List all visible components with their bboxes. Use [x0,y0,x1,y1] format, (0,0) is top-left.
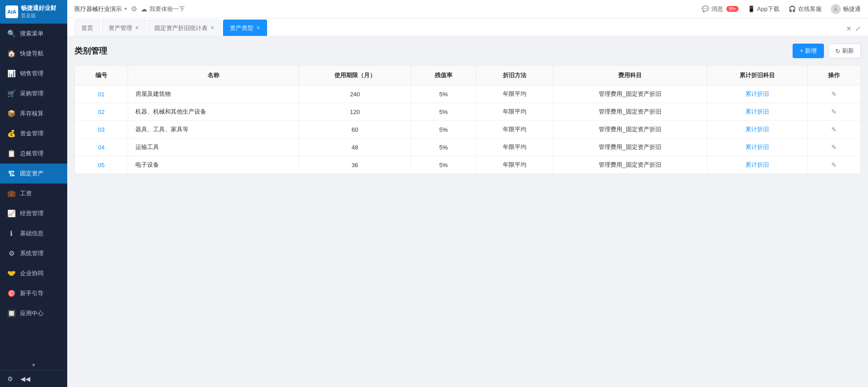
sidebar-item-payroll[interactable]: 💼 工资 [0,184,67,203]
cell-id: 02 [75,103,128,121]
cell-accumulated: 累计折旧 [707,103,807,121]
cell-residual: 5% [411,103,476,121]
col-months: 使用期限（月） [299,66,411,85]
topbar: 医疗器械行业演示 ▾ ⚙ ☁ 我要体验一下 💬 消息 99+ 📱 App下载 🎧… [67,0,868,18]
new-button[interactable]: + 新增 [793,44,824,58]
sidebar-item-guide[interactable]: 🎯 新手引导 [0,283,67,303]
sidebar-label-purchase: 采购管理 [20,89,44,98]
mobile-icon: 📱 [748,5,755,12]
refresh-label: 刷新 [842,47,854,55]
cell-method: 年限平均 [476,121,553,139]
sidebar-label-system: 系统管理 [20,249,44,258]
cell-expense: 管理费用_固定资产折旧 [553,121,707,139]
tab-home[interactable]: 首页 [74,20,100,36]
sidebar-item-quick-nav[interactable]: 🏠 快捷导航 [0,44,67,64]
category-table: 编号 名称 使用期限（月） 残值率 折旧方法 费用科目 累计折旧科目 操作 01… [74,65,861,174]
ledger-icon: 📋 [7,149,15,158]
sidebar-item-operations[interactable]: 📈 经营管理 [0,203,67,223]
refresh-button[interactable]: ↻ 刷新 [828,44,861,58]
edit-button[interactable]: ✎ [831,108,837,115]
sidebar-item-capital[interactable]: 💰 资金管理 [0,124,67,144]
experience-label: 我要体验一下 [149,5,185,13]
tab-asset-management[interactable]: 资产管理 ✕ [102,20,146,36]
accumulated-link[interactable]: 累计折旧 [745,108,769,115]
row-id-link[interactable]: 03 [98,126,104,133]
row-id-link[interactable]: 05 [98,162,104,169]
cell-months: 240 [299,85,411,103]
edit-button[interactable]: ✎ [831,90,837,98]
sidebar-label-capital: 资金管理 [20,129,44,138]
edit-button[interactable]: ✎ [831,126,837,133]
row-id-link[interactable]: 04 [98,144,104,151]
cell-months: 36 [299,156,411,174]
messages-label: 消息 [711,5,723,13]
payroll-icon: 💼 [7,189,15,198]
cell-months: 60 [299,121,411,139]
tab-asset-type-close[interactable]: ✕ [256,25,260,31]
user-menu[interactable]: 人 畅捷通 [831,4,861,14]
cell-id: 03 [75,121,128,139]
cell-name: 器具、工具、家具等 [128,121,298,139]
cell-name: 机器、机械和其他生产设备 [128,103,298,121]
username-label: 畅捷通 [843,5,861,13]
sidebar-item-ledger[interactable]: 📋 总账管理 [0,144,67,164]
tab-asset-management-close[interactable]: ✕ [135,25,139,31]
edit-button[interactable]: ✎ [831,161,837,169]
table-row: 01 房屋及建筑物 240 5% 年限平均 管理费用_固定资产折旧 累计折旧 ✎ [75,85,860,103]
col-accumulated: 累计折旧科目 [707,66,807,85]
table-header: 编号 名称 使用期限（月） 残值率 折旧方法 费用科目 累计折旧科目 操作 [75,66,860,85]
cell-expense: 管理费用_固定资产折旧 [553,103,707,121]
sidebar-item-fixed-assets[interactable]: 🏗 固定资产 [0,164,67,184]
scroll-down-indicator[interactable]: ▼ [0,360,67,370]
accumulated-link[interactable]: 累计折旧 [745,90,769,97]
cell-expense: 管理费用_固定资产折旧 [553,85,707,103]
support-label: 在线客服 [798,5,822,13]
page-header: 类别管理 + 新增 ↻ 刷新 [74,44,861,58]
accumulated-link[interactable]: 累计折旧 [745,144,769,150]
sidebar-item-inventory[interactable]: 📦 库存核算 [0,104,67,124]
table: 编号 名称 使用期限（月） 残值率 折旧方法 费用科目 累计折旧科目 操作 01… [75,66,860,174]
expand-tab-icon[interactable]: ⤢ [855,25,861,32]
settings-icon[interactable]: ⚙ [7,375,13,382]
app-download-label: App下载 [757,5,779,13]
row-id-link[interactable]: 02 [98,109,104,115]
col-method: 折旧方法 [476,66,553,85]
table-row: 03 器具、工具、家具等 60 5% 年限平均 管理费用_固定资产折旧 累计折旧… [75,121,860,139]
sidebar-item-basic-info[interactable]: ℹ 基础信息 [0,223,67,243]
cell-id: 04 [75,139,128,156]
fixed-assets-icon: 🏗 [7,169,15,178]
sidebar-item-search[interactable]: 🔍 搜索菜单 [0,24,67,44]
sidebar-item-app-center[interactable]: 🔲 应用中心 [0,303,67,323]
scroll-down-icon[interactable]: ▼ [31,362,36,368]
sidebar: AtA 畅捷通好业财 普及版 🔍 搜索菜单 🏠 快捷导航 📊 销售管理 🛒 采购… [0,0,67,387]
cell-method: 年限平均 [476,85,553,103]
cell-name: 房屋及建筑物 [128,85,298,103]
accumulated-link[interactable]: 累计折旧 [745,161,769,168]
sidebar-item-system[interactable]: ⚙ 系统管理 [0,243,67,263]
col-residual: 残值率 [411,66,476,85]
search-icon: 🔍 [7,30,15,38]
sidebar-label-search: 搜索菜单 [20,30,44,38]
close-tab-icon[interactable]: ✕ [846,25,852,32]
app-download-action[interactable]: 📱 App下载 [748,5,779,13]
accumulated-link[interactable]: 累计折旧 [745,126,769,133]
cell-action: ✎ [807,156,860,174]
cell-expense: 管理费用_固定资产折旧 [553,139,707,156]
edit-button[interactable]: ✎ [831,144,837,151]
sidebar-label-basic-info: 基础信息 [20,229,44,238]
collapse-menu-icon[interactable]: ◀◀ [20,375,30,382]
sidebar-item-collab[interactable]: 🤝 企业协同 [0,263,67,283]
tab-asset-type[interactable]: 资产类型 ✕ [223,20,267,36]
experience-button[interactable]: ☁ 我要体验一下 [141,5,185,13]
row-id-link[interactable]: 01 [98,91,104,98]
support-action[interactable]: 🎧 在线客服 [789,5,822,13]
tab-asset-management-label: 资产管理 [109,24,132,32]
tab-depreciation-table[interactable]: 固定资产折旧统计表 ✕ [148,20,221,36]
tab-depreciation-close[interactable]: ✕ [210,25,214,31]
company-selector[interactable]: 医疗器械行业演示 ▾ [74,5,127,13]
sidebar-item-purchase[interactable]: 🛒 采购管理 [0,84,67,104]
topbar-settings-icon[interactable]: ⚙ [131,5,137,13]
sidebar-item-sales[interactable]: 📊 销售管理 [0,64,67,84]
table-body: 01 房屋及建筑物 240 5% 年限平均 管理费用_固定资产折旧 累计折旧 ✎… [75,85,860,174]
messages-action[interactable]: 💬 消息 99+ [702,5,738,13]
